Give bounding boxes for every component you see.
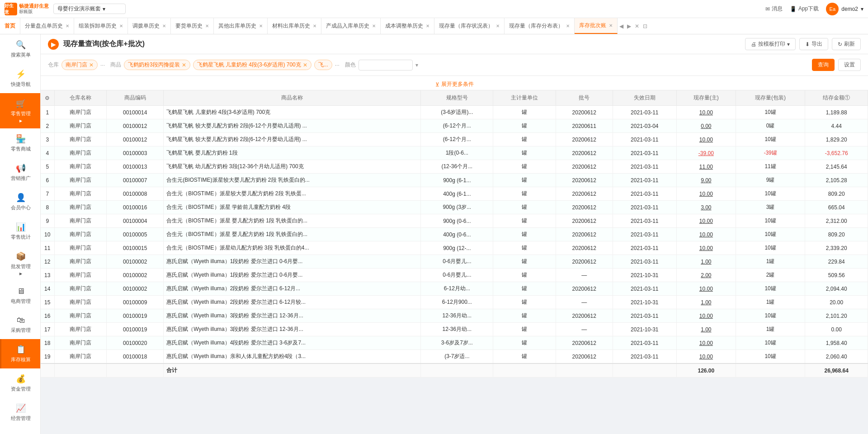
export-btn[interactable]: ⬇ 导出 [799, 38, 828, 50]
th-settings[interactable]: ⚙ [41, 90, 54, 106]
filter-more-dots2[interactable]: ··· [335, 62, 340, 68]
message-btn[interactable]: ✉ 消息 [765, 5, 783, 13]
close-icon[interactable]: ✕ [566, 24, 570, 28]
product-tag-2[interactable]: 飞鹤星飞帆 儿童奶粉 4段(3-6岁适用) 700克 ✕ [193, 60, 311, 70]
sidebar-item-retail[interactable]: 🛒 零售管理 ▶ [0, 93, 40, 128]
sidebar-item-members[interactable]: 👤 会员中心 [0, 187, 40, 217]
close-icon[interactable]: ✕ [162, 24, 166, 28]
tag-close-icon[interactable]: ✕ [89, 62, 94, 68]
close-icon[interactable]: ✕ [496, 24, 500, 28]
cell-qty-main[interactable]: 1.00 [676, 323, 736, 336]
tab-chengbentiaoji[interactable]: 成本调整单历史 ✕ [381, 18, 434, 34]
cell-qty-main[interactable]: 10.00 [676, 106, 736, 119]
cell-qty-pack: 10罐 [736, 282, 805, 296]
sidebar-item-ecommerce[interactable]: 🖥 电商管理 [0, 281, 40, 310]
tab-diaobodanl[interactable]: 调拨单历史 ✕ [128, 18, 171, 34]
sidebar-item-purchase[interactable]: 🛍 采购管理 [0, 310, 40, 339]
cell-amount: 2,339.20 [805, 241, 868, 255]
cell-qty-main[interactable]: 10.00 [676, 336, 736, 350]
expand-more-btn[interactable]: ⊻ 展开更多条件 [435, 80, 474, 88]
tab-maximize-btn[interactable]: ⊡ [641, 23, 649, 29]
product-tag-more[interactable]: 飞... [314, 60, 332, 70]
tab-close-all-btn[interactable]: ✕ [633, 23, 641, 29]
cell-batch: 20200612 [556, 214, 613, 228]
close-icon[interactable]: ✕ [372, 24, 376, 28]
table-row: 6 南岸门店 00100007 合生元(BIOSTIME)派星较大婴儿配方奶粉 … [41, 174, 868, 187]
sidebar-item-search[interactable]: 🔍 搜索英单 [0, 34, 40, 64]
sidebar-item-basic[interactable]: 📁 基础信息 [0, 427, 40, 434]
cell-qty-main[interactable]: 10.00 [676, 309, 736, 323]
sidebar-item-inventory[interactable]: 📋 库存核算 [0, 339, 40, 368]
arrow-icon: ▶ [19, 119, 22, 123]
cell-batch: — [556, 323, 613, 336]
cell-qty-main[interactable]: 10.00 [676, 214, 736, 228]
tab-zuzhuangchaijie[interactable]: 组装拆卸单历史 ✕ [74, 18, 128, 34]
table-row: 1 南岸门店 00100014 飞鹤星飞帆 儿童奶粉 4段(3-6岁适用) 70… [41, 106, 868, 119]
cell-qty-main[interactable]: 10.00 [676, 187, 736, 201]
tab-kufenbu[interactable]: 现存量（库存分布表） ✕ [505, 18, 575, 34]
sidebar-item-quicknav[interactable]: ⚡ 快捷导航 [0, 64, 40, 93]
sidebar-item-finance[interactable]: 💰 资金管理 [0, 368, 40, 398]
cell-qty-main[interactable]: 10.00 [676, 241, 736, 255]
cell-qty-pack: 10罐 [736, 133, 805, 146]
cell-qty-main[interactable]: 1.00 [676, 255, 736, 269]
cell-qty-main[interactable]: 2.00 [676, 269, 736, 282]
tab-qitachuku[interactable]: 其他出库单历史 ✕ [214, 18, 268, 34]
settings-btn[interactable]: 设置 [838, 59, 861, 71]
tab-chanpin[interactable]: 产成品入库单历史 ✕ [321, 18, 381, 34]
tab-prev-btn[interactable]: ◀ [618, 23, 625, 29]
cell-qty-main[interactable]: 1.00 [676, 296, 736, 309]
org-selector[interactable]: 母婴行业演示账套 ▾ [53, 4, 126, 14]
cell-qty-main[interactable]: 9.00 [676, 174, 736, 187]
tab-yaohuo[interactable]: 要货单历史 ✕ [171, 18, 214, 34]
tab-cailiao[interactable]: 材料出库单历史 ✕ [268, 18, 321, 34]
close-icon[interactable]: ✕ [119, 24, 123, 28]
footer-empty4 [421, 363, 493, 377]
th-name: 商品名称 [164, 90, 421, 106]
cell-name: 飞鹤星飞帆 较大婴儿配方奶粉 2段(6-12个月婴幼儿适用) ... [164, 119, 421, 133]
expand-sidebar-btn[interactable]: ▶ [48, 39, 59, 50]
close-icon[interactable]: ✕ [66, 24, 69, 28]
close-icon[interactable]: ✕ [609, 23, 613, 28]
close-icon[interactable]: ✕ [426, 24, 429, 28]
cell-spec: 900g (0-6... [421, 214, 493, 228]
tab-kuzhuangkuang[interactable]: 现存量（库存状况表） ✕ [434, 18, 505, 34]
store-icon: 🏪 [16, 134, 26, 144]
sidebar-item-store[interactable]: 🏪 零售商城 [0, 128, 40, 158]
cell-qty-pack: 11罐 [736, 160, 805, 174]
app-download-btn[interactable]: 📱 App下载 [790, 5, 819, 13]
sidebar-item-marketing[interactable]: 📢 营销推广 [0, 158, 40, 187]
tag-close-icon[interactable]: ✕ [182, 62, 186, 68]
tab-home[interactable]: 首页 [0, 18, 20, 34]
sidebar-item-wholesale[interactable]: 📦 批发管理 ▶ [0, 246, 40, 281]
cell-qty-main[interactable]: 10.00 [676, 228, 736, 241]
refresh-btn[interactable]: ↻ 刷新 [832, 38, 861, 50]
print-btn[interactable]: 🖨 按模板打印 ▾ [745, 38, 796, 50]
close-icon[interactable]: ✕ [313, 24, 316, 28]
tabs-overflow: ◀ ▶ ✕ ⊡ [618, 23, 649, 29]
cell-qty-main[interactable]: 10.00 [676, 282, 736, 296]
cell-unit: 罐 [493, 228, 556, 241]
warehouse-tag-1[interactable]: 南岸门店 ✕ [61, 60, 98, 70]
table-row: 15 南岸门店 00100009 惠氏启赋（Wyeth illuma）2段奶粉 … [41, 296, 868, 309]
sidebar-item-ops[interactable]: 📈 经营管理 [0, 398, 40, 427]
tab-fenliangpandian[interactable]: 分量盘点单历史 ✕ [20, 18, 74, 34]
tab-kupizhici[interactable]: 库存批次账 ✕ [575, 18, 618, 34]
tag-close-icon[interactable]: ✕ [303, 62, 307, 68]
cell-qty-main[interactable]: 10.00 [676, 350, 736, 364]
cell-qty-main[interactable]: 10.00 [676, 133, 736, 146]
close-icon[interactable]: ✕ [205, 24, 209, 28]
cell-qty-main[interactable]: 0.00 [676, 119, 736, 133]
cell-qty-main[interactable]: -39.00 [676, 146, 736, 160]
filter-more-dots[interactable]: ··· [100, 62, 105, 68]
sidebar-item-stats[interactable]: 📊 零售统计 [0, 217, 40, 246]
color-input[interactable] [359, 60, 413, 71]
cell-qty-main[interactable]: 3.00 [676, 201, 736, 214]
user-area[interactable]: Ea demo2 ▾ [826, 3, 863, 15]
product-tag-1[interactable]: 飞鹤奶粉3段丙搀提装 ✕ [124, 60, 190, 70]
warehouse-filter-group: 仓库 南岸门店 ✕ ··· [48, 60, 105, 70]
close-icon[interactable]: ✕ [259, 24, 263, 28]
tab-next-btn[interactable]: ▶ [625, 23, 633, 29]
cell-qty-main[interactable]: 11.00 [676, 160, 736, 174]
query-btn[interactable]: 查询 [812, 59, 835, 71]
